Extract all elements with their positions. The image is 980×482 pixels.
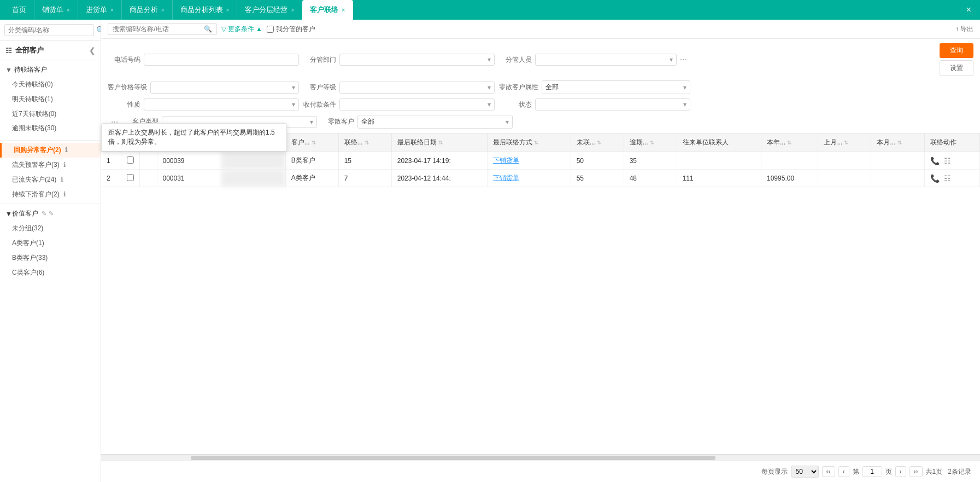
price-level-arrow-icon: ▾ [292, 84, 295, 91]
sidebar-collapse-icon[interactable]: ❮ [89, 47, 95, 55]
sort-last-month-icon[interactable]: ⇅ [844, 140, 848, 146]
main-search-input[interactable] [113, 25, 204, 33]
sort-method-icon[interactable]: ⇅ [534, 140, 538, 146]
tooltip-box: 距客户上次交易时长，超过了此客户的平均交易周期的1.5倍，则视为异常。 [101, 123, 287, 152]
sort-overdue-icon[interactable]: ⇅ [650, 140, 654, 146]
sidebar-item-7days[interactable]: 近7天待联络(0) [0, 107, 101, 121]
close-customer-contact-icon[interactable]: × [342, 7, 345, 13]
close-all-tabs-button[interactable]: × [962, 5, 976, 15]
nav-tab-sales[interactable]: 销货单 × [34, 0, 78, 20]
nav-tab-product-analysis[interactable]: 商品分析 × [122, 0, 173, 20]
pending-contact-group: ▼ 待联络客户 今天待联络(0) 明天待联络(1) 近7天待联络(0) 逾期未联… [0, 60, 101, 138]
filter-icon: ▽ [221, 25, 226, 33]
sidebar-item-c-class[interactable]: C类客户(6) [0, 265, 101, 280]
customer-level-field: 客户等级 ▾ [303, 82, 495, 94]
scrollbar-thumb[interactable] [191, 456, 715, 460]
sort-date-icon[interactable]: ⇅ [438, 140, 443, 146]
group-edit-icon2[interactable]: ✎ [49, 210, 54, 217]
cell-last-method[interactable]: 下销货单 [487, 170, 571, 187]
value-customer-group-header[interactable]: ▼ 价值客户 ✎ ✎ [0, 206, 101, 221]
edit-icon[interactable]: ✎ [42, 210, 46, 217]
sort-this-month-icon[interactable]: ⇅ [897, 140, 902, 146]
status-arrow-icon: ▾ [683, 101, 686, 108]
cell-last-method[interactable]: 下销货单 [487, 152, 571, 170]
sort-this-year-icon[interactable]: ⇅ [787, 140, 791, 146]
my-customers-checkbox[interactable] [267, 26, 274, 33]
customer-type-arrow-icon: ▾ [310, 118, 313, 126]
phone-action-icon[interactable]: 📞 [930, 174, 940, 183]
my-customers-toggle: 我分管的客户 [267, 25, 315, 34]
retail-customer-select[interactable]: 全部 ▾ [357, 115, 513, 129]
row-checkbox[interactable] [127, 174, 134, 181]
table-row: 1 000039 B类客户 15 2023-04-17 14:19: 下销货单 … [101, 152, 980, 170]
staff-select[interactable]: ▾ [535, 54, 677, 66]
retail-attr-select[interactable]: 全部 ▾ [542, 80, 690, 94]
nav-tab-customer-tier[interactable]: 客户分层经营 × [237, 0, 302, 20]
first-page-button[interactable]: ‹‹ [822, 466, 835, 477]
sort-type-icon[interactable]: ⇅ [312, 140, 316, 146]
cell-name[interactable] [221, 152, 286, 170]
export-button[interactable]: ↑ 导出 [955, 25, 973, 34]
status-select[interactable]: ▾ [535, 98, 690, 111]
sidebar-search-icon[interactable]: 🔍 [96, 26, 101, 34]
dept-select[interactable]: ▾ [339, 54, 495, 66]
sidebar-item-overdue[interactable]: 逾期未联络(30) [0, 121, 101, 136]
nav-tab-customer-contact[interactable]: 客户联络 × [302, 0, 353, 20]
per-page-select[interactable]: 50 10 20 100 [791, 466, 819, 478]
sidebar-search-input[interactable] [4, 24, 94, 36]
sidebar-item-tomorrow[interactable]: 明天待联络(1) [0, 92, 101, 107]
sort-unreached-icon[interactable]: ⇅ [597, 140, 601, 146]
cell-last-date: 2023-04-12 14:44: [391, 170, 487, 187]
cell-unreached: 55 [571, 170, 624, 187]
phone-action-icon[interactable]: 📞 [930, 156, 940, 165]
payment-arrow-icon: ▾ [488, 101, 491, 108]
sidebar-item-today[interactable]: 今天待联络(0) [0, 77, 101, 92]
main-search-icon[interactable]: 🔍 [204, 25, 212, 33]
query-button[interactable]: 查询 [940, 43, 973, 58]
payment-field: 收付款条件 ▾ [303, 98, 495, 111]
settings-button[interactable]: 设置 [940, 60, 973, 76]
cell-index: 1 [101, 152, 121, 170]
sidebar-item-churned[interactable]: 已流失客户(24) ℹ [0, 172, 101, 187]
grid-action-icon[interactable]: ☷ [944, 174, 951, 183]
gender-select[interactable]: ▾ [144, 98, 299, 111]
page-number-input[interactable] [862, 466, 882, 477]
sidebar-item-declining[interactable]: 持续下滑客户(2) ℹ [0, 187, 101, 202]
next-page-button[interactable]: › [895, 466, 906, 477]
payment-select[interactable]: ▾ [339, 98, 495, 111]
customer-level-select[interactable]: ▾ [339, 82, 495, 94]
phone-input[interactable] [144, 54, 299, 66]
more-conditions-button[interactable]: ▽ 更多条件 ▲ [221, 25, 262, 34]
sidebar-item-b-class[interactable]: B类客户(33) [0, 251, 101, 265]
close-sales-icon[interactable]: × [67, 7, 70, 13]
sort-contact-icon[interactable]: ⇅ [365, 140, 369, 146]
staff-field: 分管人员 ▾ ··· [499, 54, 690, 66]
nav-tab-purchase[interactable]: 进货单 × [78, 0, 122, 20]
nav-tab-home[interactable]: 首页 [4, 0, 34, 20]
cell-this-year [761, 152, 818, 170]
close-purchase-icon[interactable]: × [110, 7, 114, 13]
cell-name[interactable] [221, 170, 286, 187]
cell-row-settings [139, 152, 157, 170]
close-product-analysis-icon[interactable]: × [161, 7, 165, 13]
sidebar-item-repurchase-anomaly[interactable]: 回购异常客户(2) ℹ [0, 143, 101, 158]
horizontal-scrollbar[interactable] [101, 454, 980, 461]
last-page-button[interactable]: ›› [909, 466, 923, 477]
price-level-select[interactable]: ▾ [150, 82, 299, 94]
col-this-month: 本月... ⇅ [871, 133, 924, 152]
close-product-list-icon[interactable]: × [226, 7, 230, 13]
gender-field: 性质 ▾ [108, 98, 299, 111]
prev-page-button[interactable]: ‹ [838, 466, 849, 477]
nav-tab-product-list[interactable]: 商品分析列表 × [173, 0, 238, 20]
arrow-down-icon-2: ▼ [5, 210, 12, 218]
sidebar-item-a-class[interactable]: A类客户(1) [0, 236, 101, 251]
close-customer-tier-icon[interactable]: × [291, 7, 294, 13]
staff-arrow-icon: ▾ [670, 56, 673, 63]
sidebar-item-ungroup[interactable]: 未分组(32) [0, 221, 101, 236]
grid-action-icon[interactable]: ☷ [944, 156, 951, 165]
row-checkbox[interactable] [127, 156, 134, 164]
staff-more-icon[interactable]: ··· [677, 55, 690, 65]
pending-contact-label[interactable]: ▼ 待联络客户 [0, 62, 101, 77]
sidebar-item-churn-warning[interactable]: 流失预警客户(3) ℹ [0, 158, 101, 172]
cell-unreached: 50 [571, 152, 624, 170]
